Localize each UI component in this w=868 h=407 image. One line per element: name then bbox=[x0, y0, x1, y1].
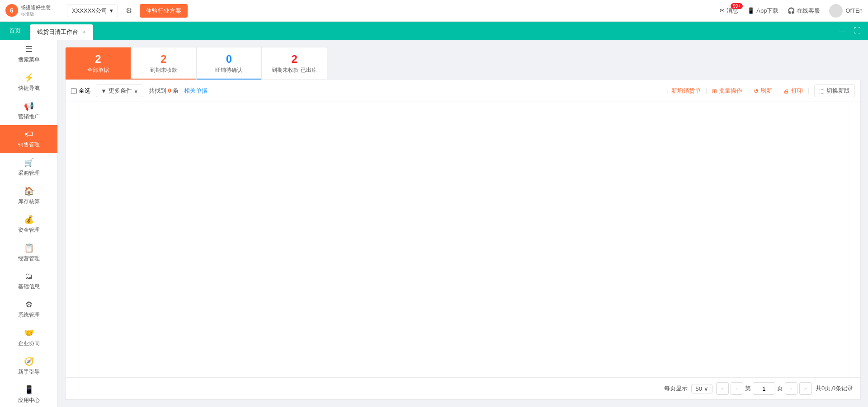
stats-tab-all[interactable]: 2 全部单据 bbox=[66, 47, 131, 80]
prev-page-btn[interactable]: ‹ bbox=[731, 382, 743, 395]
user-avatar-area[interactable]: OfTEn bbox=[829, 4, 863, 18]
stats-label-all: 全部单据 bbox=[87, 66, 109, 74]
message-icon: ✉ bbox=[720, 7, 725, 14]
sidebar-label-marketing: 营销推广 bbox=[18, 113, 40, 121]
stats-label-overdue: 到期未收款 bbox=[150, 66, 177, 74]
batch-icon: ⊞ bbox=[712, 88, 717, 94]
print-btn[interactable]: 🖨 打印 bbox=[783, 87, 803, 95]
inventory-icon: 🏠 bbox=[24, 186, 34, 196]
stats-tab-wangpu[interactable]: 0 旺铺待确认 bbox=[197, 47, 262, 80]
settings-icon[interactable]: ⚙ bbox=[122, 4, 136, 18]
sidebar-label-finance: 资金管理 bbox=[18, 226, 40, 234]
tab-right-buttons: — ⛶ bbox=[837, 25, 868, 36]
sidebar-item-guide[interactable]: 🧭 新手引导 bbox=[0, 352, 57, 380]
select-all-input[interactable] bbox=[71, 88, 77, 94]
message-btn[interactable]: ✉ 消息 99+ bbox=[720, 7, 738, 15]
enterprise-icon: 🤝 bbox=[24, 328, 34, 338]
stats-num-wangpu: 0 bbox=[226, 53, 232, 65]
divider4 bbox=[808, 88, 809, 94]
online-service-label: 在线客服 bbox=[797, 7, 820, 15]
add-label: 新增销货单 bbox=[671, 87, 701, 95]
marketing-icon: 📢 bbox=[24, 101, 34, 111]
search-menu-icon: ☰ bbox=[25, 44, 33, 54]
last-page-btn[interactable]: » bbox=[799, 382, 812, 395]
sidebar-label-inventory: 库存核算 bbox=[18, 198, 40, 206]
sidebar-label-basic-info: 基础信息 bbox=[18, 283, 40, 290]
tab-home[interactable]: 首页 bbox=[0, 22, 30, 40]
tab-close-icon[interactable]: × bbox=[83, 29, 86, 35]
add-sales-btn[interactable]: + 新增销货单 bbox=[666, 87, 701, 95]
sidebar-label-appstore: 应用中心 bbox=[18, 397, 40, 404]
stats-tabs: 2 全部单据 2 到期未收款 0 旺铺待确认 2 到期未收款 已出库 bbox=[65, 47, 327, 80]
toolbar: 全选 ▼ 更多条件 ∨ 共找到 0 条 相关单据 + 新增销货单 bbox=[65, 80, 861, 102]
sidebar-item-operations[interactable]: 📋 经营管理 bbox=[0, 239, 57, 267]
per-page-select[interactable]: 50 ∨ bbox=[691, 384, 712, 393]
logo-badge: 标准版 bbox=[21, 11, 51, 17]
stats-num-all: 2 bbox=[95, 53, 101, 65]
related-doc-link[interactable]: 相关单据 bbox=[184, 87, 208, 95]
sidebar-item-sales[interactable]: 🏷 销售管理 bbox=[0, 125, 57, 153]
sidebar-item-marketing[interactable]: 📢 营销推广 bbox=[0, 97, 57, 125]
sales-icon: 🏷 bbox=[25, 130, 33, 139]
print-label: 打印 bbox=[791, 87, 803, 95]
sidebar-label-system: 系统管理 bbox=[18, 311, 40, 319]
tab-qianhuo[interactable]: 钱货日清工作台 × bbox=[30, 24, 93, 40]
divider3 bbox=[778, 88, 778, 94]
switch-label: 切换新版 bbox=[826, 87, 850, 95]
sidebar: ☰ 搜索菜单 ⚡ 快捷导航 📢 营销推广 🏷 销售管理 🛒 采购管理 🏠 库存核… bbox=[0, 40, 58, 407]
select-all-label: 全选 bbox=[79, 87, 90, 95]
sidebar-item-inventory[interactable]: 🏠 库存核算 bbox=[0, 182, 57, 210]
stats-num-overdue: 2 bbox=[160, 53, 166, 65]
sidebar-item-enterprise[interactable]: 🤝 企业协同 bbox=[0, 323, 57, 352]
online-service-btn[interactable]: 🎧 在线客服 bbox=[788, 7, 820, 15]
sidebar-label-search: 搜索菜单 bbox=[18, 56, 40, 64]
trial-button[interactable]: 体验行业方案 bbox=[140, 4, 188, 18]
add-icon: + bbox=[666, 88, 670, 94]
sidebar-item-system[interactable]: ⚙ 系统管理 bbox=[0, 295, 57, 323]
first-page-btn[interactable]: « bbox=[716, 382, 729, 395]
logo-area: 6 畅捷通好生意 标准版 bbox=[5, 4, 63, 17]
page-input[interactable] bbox=[753, 382, 775, 395]
stats-tab-shipped[interactable]: 2 到期未收款 已出库 bbox=[262, 47, 327, 80]
company-selector[interactable]: XXXXXX公司 ▾ bbox=[67, 5, 118, 17]
sidebar-label-sales: 销售管理 bbox=[18, 141, 40, 149]
company-name: XXXXXX公司 bbox=[72, 7, 107, 15]
filter-btn[interactable]: ▼ 更多条件 ∨ bbox=[96, 84, 143, 97]
next-page-btn[interactable]: › bbox=[785, 382, 797, 395]
dropdown-icon: ▾ bbox=[110, 7, 113, 14]
sidebar-label-quicknav: 快捷导航 bbox=[18, 84, 40, 92]
sidebar-item-basic-info[interactable]: 🗂 基础信息 bbox=[0, 267, 57, 295]
header-right: ✉ 消息 99+ 📱 App下载 🎧 在线客服 OfTEn bbox=[720, 4, 863, 18]
tab-minimize-btn[interactable]: — bbox=[837, 25, 848, 36]
app-download-btn[interactable]: 📱 App下载 bbox=[747, 7, 778, 15]
app-download-icon: 📱 bbox=[747, 7, 755, 14]
finance-icon: 💰 bbox=[24, 215, 34, 225]
stats-tab-overdue[interactable]: 2 到期未收款 bbox=[131, 47, 197, 80]
sidebar-item-finance[interactable]: 💰 资金管理 bbox=[0, 210, 57, 239]
pagination-bar: 每页显示 50 ∨ « ‹ 第 页 › » 共0页,0条记录 bbox=[65, 378, 861, 400]
refresh-btn[interactable]: ↺ 刷新 bbox=[754, 87, 772, 95]
appstore-icon: 📱 bbox=[24, 385, 34, 395]
tab-bar: 首页 钱货日清工作台 × — ⛶ bbox=[0, 22, 868, 40]
page-prefix: 第 bbox=[745, 384, 751, 393]
filter-dropdown-icon: ∨ bbox=[134, 88, 138, 94]
batch-operation-btn[interactable]: ⊞ 批量操作 bbox=[712, 87, 742, 95]
sidebar-item-appstore[interactable]: 📱 应用中心 bbox=[0, 380, 57, 407]
purchase-icon: 🛒 bbox=[24, 158, 34, 168]
headset-icon: 🎧 bbox=[788, 7, 795, 14]
sidebar-label-operations: 经营管理 bbox=[18, 255, 40, 262]
divider1 bbox=[706, 88, 707, 94]
switch-version-btn[interactable]: ⬚ 切换新版 bbox=[814, 84, 855, 97]
sidebar-item-purchase[interactable]: 🛒 采购管理 bbox=[0, 153, 57, 182]
sidebar-label-purchase: 采购管理 bbox=[18, 169, 40, 177]
tab-underline bbox=[131, 79, 196, 80]
quicknav-icon: ⚡ bbox=[24, 73, 34, 83]
tab-maximize-btn[interactable]: ⛶ bbox=[852, 25, 863, 36]
sidebar-item-search[interactable]: ☰ 搜索菜单 bbox=[0, 40, 57, 68]
main-layout: ☰ 搜索菜单 ⚡ 快捷导航 📢 营销推广 🏷 销售管理 🛒 采购管理 🏠 库存核… bbox=[0, 40, 868, 407]
sidebar-item-quicknav[interactable]: ⚡ 快捷导航 bbox=[0, 68, 57, 97]
select-all-checkbox[interactable]: 全选 bbox=[71, 87, 90, 95]
refresh-icon: ↺ bbox=[754, 88, 759, 94]
basic-info-icon: 🗂 bbox=[25, 271, 33, 281]
total-records: 共0页,0条记录 bbox=[816, 384, 853, 393]
